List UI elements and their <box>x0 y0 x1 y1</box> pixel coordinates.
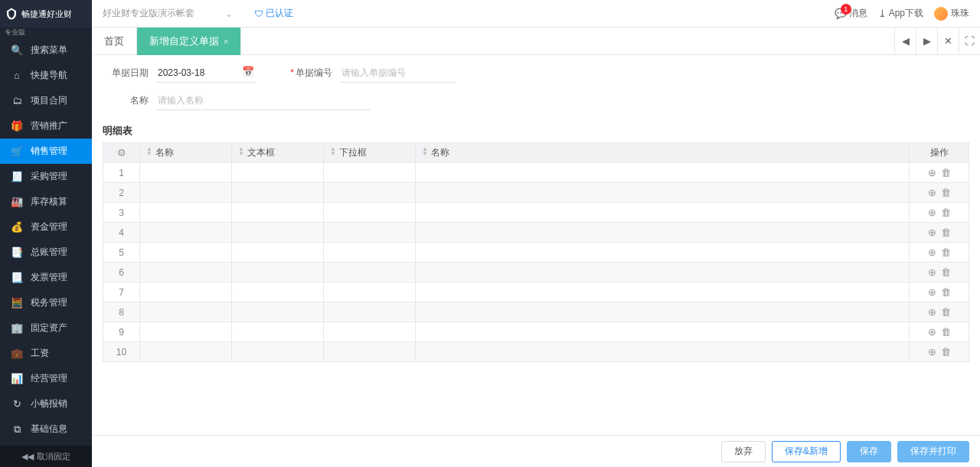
cell-col2[interactable] <box>232 223 324 243</box>
cell-col1[interactable] <box>140 263 232 282</box>
cell-col3[interactable] <box>324 163 416 183</box>
cell-col3[interactable] <box>324 223 416 243</box>
sidebar-toggle-pin[interactable]: ◀◀ 取消固定 <box>0 446 92 467</box>
add-row-icon[interactable]: ⊕ <box>928 326 936 338</box>
name-input[interactable] <box>156 90 371 110</box>
cell-col2[interactable] <box>232 322 324 342</box>
tab-next-button[interactable]: ▶ <box>916 28 937 54</box>
table-header-col3[interactable]: 下拉框 <box>324 143 416 163</box>
messages-button[interactable]: 💬 消息 1 <box>835 7 867 20</box>
save-print-button[interactable]: 保存并打印 <box>897 441 969 462</box>
table-header-settings[interactable]: ⚙ <box>103 143 140 163</box>
sidebar-item-5[interactable]: 🧾采购管理 <box>0 164 92 189</box>
cell-col2[interactable] <box>232 243 324 263</box>
cell-col1[interactable] <box>140 243 232 263</box>
add-row-icon[interactable]: ⊕ <box>928 266 936 278</box>
sidebar-item-4[interactable]: 🛒销售管理 <box>0 139 92 164</box>
user-menu[interactable]: 珠珠 <box>934 7 969 21</box>
fullscreen-button[interactable]: ⛶ <box>959 28 980 54</box>
cell-col3[interactable] <box>324 342 416 362</box>
cell-col1[interactable] <box>140 163 232 183</box>
add-row-icon[interactable]: ⊕ <box>928 247 936 258</box>
cell-col2[interactable] <box>232 342 324 362</box>
cell-col4[interactable] <box>416 342 910 362</box>
sidebar-item-9[interactable]: 📃发票管理 <box>0 265 92 290</box>
cell-col1[interactable] <box>140 282 232 302</box>
cell-col3[interactable] <box>324 263 416 282</box>
sidebar-item-12[interactable]: 💼工资 <box>0 341 92 366</box>
sidebar-item-0[interactable]: 🔍搜索菜单 <box>0 38 92 63</box>
tab-home[interactable]: 首页 <box>92 28 137 55</box>
sidebar-item-1[interactable]: ⌂快捷导航 <box>0 63 92 88</box>
cell-col4[interactable] <box>416 223 910 243</box>
cell-col1[interactable] <box>140 203 232 223</box>
cell-col4[interactable] <box>416 183 910 203</box>
cell-col2[interactable] <box>232 203 324 223</box>
add-row-icon[interactable]: ⊕ <box>928 187 936 198</box>
save-button[interactable]: 保存 <box>847 441 891 462</box>
cell-col4[interactable] <box>416 302 910 322</box>
date-input[interactable] <box>156 63 256 83</box>
cell-col2[interactable] <box>232 302 324 322</box>
delete-row-icon[interactable]: 🗑 <box>941 266 951 278</box>
tab-prev-button[interactable]: ◀ <box>894 28 916 54</box>
cell-col1[interactable] <box>140 342 232 362</box>
save-new-button[interactable]: 保存&新增 <box>772 441 841 462</box>
delete-row-icon[interactable]: 🗑 <box>941 227 951 238</box>
sidebar-item-10[interactable]: 🧮税务管理 <box>0 290 92 315</box>
delete-row-icon[interactable]: 🗑 <box>941 167 951 178</box>
delete-row-icon[interactable]: 🗑 <box>941 306 951 318</box>
cell-col2[interactable] <box>232 163 324 183</box>
add-row-icon[interactable]: ⊕ <box>928 167 936 178</box>
sidebar-item-15[interactable]: ⧉基础信息 <box>0 416 92 442</box>
app-download-button[interactable]: ⤓ App下载 <box>878 7 923 20</box>
delete-row-icon[interactable]: 🗑 <box>941 286 951 298</box>
delete-row-icon[interactable]: 🗑 <box>941 326 951 338</box>
account-selector[interactable]: 好业财专业版演示帐套 ⌄ <box>103 7 233 20</box>
cell-col1[interactable] <box>140 322 232 342</box>
sidebar-item-3[interactable]: 🎁营销推广 <box>0 113 92 139</box>
cell-col4[interactable] <box>416 243 910 263</box>
sidebar-item-14[interactable]: ↻小畅报销 <box>0 391 92 416</box>
cell-col2[interactable] <box>232 263 324 282</box>
cell-col3[interactable] <box>324 203 416 223</box>
discard-button[interactable]: 放弃 <box>721 441 766 462</box>
cell-col3[interactable] <box>324 302 416 322</box>
add-row-icon[interactable]: ⊕ <box>928 286 936 298</box>
cell-col3[interactable] <box>324 243 416 263</box>
cell-col4[interactable] <box>416 163 910 183</box>
add-row-icon[interactable]: ⊕ <box>928 346 936 358</box>
tab-current[interactable]: 新增自定义单据 × <box>137 28 241 55</box>
sidebar-item-13[interactable]: 📊经营管理 <box>0 366 92 391</box>
docno-input[interactable] <box>340 63 455 83</box>
cell-col2[interactable] <box>232 282 324 302</box>
sidebar-item-7[interactable]: 💰资金管理 <box>0 214 92 240</box>
add-row-icon[interactable]: ⊕ <box>928 227 936 238</box>
cell-col3[interactable] <box>324 183 416 203</box>
tab-close-all-button[interactable]: ✕ <box>937 28 959 54</box>
cell-col4[interactable] <box>416 282 910 302</box>
sidebar-item-11[interactable]: 🏢固定资产 <box>0 315 92 341</box>
cell-col1[interactable] <box>140 183 232 203</box>
cell-col4[interactable] <box>416 322 910 342</box>
sidebar-item-2[interactable]: 🗂项目合同 <box>0 88 92 113</box>
cell-col1[interactable] <box>140 223 232 243</box>
cell-col4[interactable] <box>416 203 910 223</box>
delete-row-icon[interactable]: 🗑 <box>941 207 951 218</box>
cell-col4[interactable] <box>416 263 910 282</box>
cell-col2[interactable] <box>232 183 324 203</box>
add-row-icon[interactable]: ⊕ <box>928 306 936 318</box>
delete-row-icon[interactable]: 🗑 <box>941 346 951 358</box>
close-icon[interactable]: × <box>224 37 228 46</box>
table-header-col4[interactable]: 名称 <box>416 143 910 163</box>
delete-row-icon[interactable]: 🗑 <box>941 247 951 258</box>
cell-col1[interactable] <box>140 302 232 322</box>
add-row-icon[interactable]: ⊕ <box>928 207 936 218</box>
table-header-col1[interactable]: 名称 <box>140 143 232 163</box>
sidebar-item-8[interactable]: 📑总账管理 <box>0 240 92 265</box>
sidebar-item-6[interactable]: 🏭库存核算 <box>0 189 92 214</box>
cell-col3[interactable] <box>324 282 416 302</box>
cell-col3[interactable] <box>324 322 416 342</box>
delete-row-icon[interactable]: 🗑 <box>941 187 951 198</box>
table-header-col2[interactable]: 文本框 <box>232 143 324 163</box>
